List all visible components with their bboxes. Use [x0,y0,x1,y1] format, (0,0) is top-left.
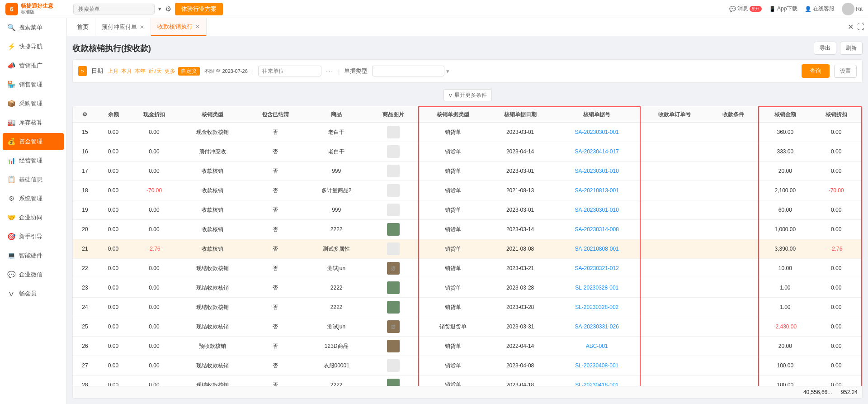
cell-2-7: 销货单 [419,162,486,181]
sidebar-item-4[interactable]: 📦采购管理 [0,94,66,113]
cell-7-2: 0.00 [129,259,179,278]
tab-close-2[interactable]: ✕ [195,24,200,30]
cell-3-9[interactable]: SA-20210813-001 [554,181,640,200]
tab-1[interactable]: 预付冲应付单✕ [95,18,151,36]
cell-7-9[interactable]: SA-20230321-012 [554,259,640,278]
sidebar-item-13[interactable]: 💬企业微信 [0,265,66,284]
sidebar-label-9: 系统管理 [19,195,42,203]
bill-no-link-12[interactable]: SL-20230408-001 [575,362,618,369]
tab-0[interactable]: 首页 [71,18,95,36]
industry-solution-button[interactable]: 体验行业方案 [175,3,223,15]
cell-13-9[interactable]: SL-20230418-001 [554,375,640,386]
table-scroll[interactable]: ⚙余额现金折扣核销类型包含已结清商品商品图片核销单据类型核销单据日期核销单据号收… [73,106,862,386]
sidebar-item-11[interactable]: 🎯新手引导 [0,227,66,246]
single-type-input[interactable] [372,66,444,76]
tab-close-1[interactable]: ✕ [140,24,144,30]
cell-12-9[interactable]: SL-20230408-001 [554,356,640,375]
date-this-year[interactable]: 本年 [135,67,146,75]
bill-no-link-2[interactable]: SA-20230301-010 [575,168,618,174]
refresh-button[interactable]: 刷新 [840,42,863,55]
cell-8-9[interactable]: SL-20230328-001 [554,278,640,298]
settings-icon[interactable]: ⚙ [165,5,171,13]
date-last-month[interactable]: 上月 [108,67,118,75]
cell-10-7: 销货退货单 [419,317,486,337]
sidebar-item-0[interactable]: 🔍搜索菜单 [0,18,66,37]
table-row-7: 220.000.00现结收款核销否测试jun🖼销货单2023-03-21SA-2… [73,259,862,278]
user-menu[interactable]: Rit [842,3,863,15]
sidebar-item-14[interactable]: V畅会员 [0,284,66,303]
bill-no-link-4[interactable]: SA-20230301-010 [575,207,618,213]
cell-2-0: 17 [73,162,97,181]
cell-1-3: 预付冲应收 [179,142,246,162]
expand-button[interactable]: » [78,66,87,76]
tab-2[interactable]: 收款核销执行✕ [151,18,207,36]
cell-6-9[interactable]: SA-20210808-001 [554,239,640,259]
date-this-month[interactable]: 本月 [121,67,132,75]
bill-no-link-11[interactable]: ABC-001 [586,343,608,349]
export-button[interactable]: 导出 [814,42,836,55]
cell-9-9[interactable]: SL-20230328-002 [554,298,640,317]
cell-2-11 [708,162,759,181]
cell-2-9[interactable]: SA-20230301-010 [554,162,640,181]
cell-10-9[interactable]: SA-20230331-026 [554,317,640,337]
cell-10-2: 0.00 [129,317,179,337]
sidebar-item-1[interactable]: ⚡快捷导航 [0,37,66,56]
filter-settings-button[interactable]: 设置 [834,65,857,78]
date-7days[interactable]: 近7天 [148,67,162,75]
cell-11-0: 26 [73,337,97,356]
product-image-11 [387,340,400,352]
cell-0-9[interactable]: SA-20230301-001 [554,123,640,142]
bill-no-link-7[interactable]: SA-20230321-012 [575,265,618,271]
cell-4-13: 0.00 [811,200,862,220]
message-badge: 99+ [750,6,762,12]
cell-9-5: 2222 [305,298,368,317]
cell-11-3: 预收款核销 [179,337,246,356]
counterparty-input[interactable] [258,66,321,76]
select-arrow[interactable]: ▾ [446,68,449,75]
cell-13-10 [640,375,708,386]
cell-1-9[interactable]: SA-20230414-017 [554,142,640,162]
sidebar-item-10[interactable]: 🤝企业协同 [0,208,66,227]
dots-icon[interactable]: ··· [326,68,334,75]
top-bar-right: 💬 消息 99+ 📱 App下载 👤 在线客服 Rit [729,3,863,15]
tab-close-window[interactable]: ✕ [848,23,854,31]
cell-0-8: 2023-03-01 [486,123,554,142]
tab-fullscreen[interactable]: ⛶ [857,23,864,31]
cell-8-7: 销货单 [419,278,486,298]
bill-no-link-1[interactable]: SA-20230414-017 [575,148,618,155]
cell-0-10 [640,123,708,142]
sidebar-label-13: 企业微信 [19,271,42,279]
cell-11-9[interactable]: ABC-001 [554,337,640,356]
cell-4-9[interactable]: SA-20230301-010 [554,200,640,220]
bill-no-link-0[interactable]: SA-20230301-001 [575,129,618,135]
bill-no-link-10[interactable]: SA-20230331-026 [575,323,618,330]
sidebar-item-12[interactable]: 💻智能硬件 [0,246,66,265]
online-service-link[interactable]: 👤 在线客服 [805,5,835,13]
cell-7-11 [708,259,759,278]
date-more[interactable]: 更多 [165,67,175,75]
sidebar-item-6[interactable]: 💰资金管理 [3,133,64,150]
cell-5-9[interactable]: SA-20230314-008 [554,220,640,239]
search-input[interactable] [73,4,155,14]
sidebar-item-8[interactable]: 📋基础信息 [0,170,66,189]
query-button[interactable]: 查询 [802,64,830,78]
sidebar-item-3[interactable]: 🏪销售管理 [0,75,66,94]
date-custom[interactable]: 自定义 [178,67,200,76]
bill-no-link-8[interactable]: SL-20230328-001 [575,285,618,291]
dropdown-button[interactable]: ▾ [158,5,161,12]
sidebar-item-7[interactable]: 📊经营管理 [0,151,66,170]
bill-no-link-6[interactable]: SA-20210808-001 [575,246,618,252]
sidebar-item-2[interactable]: 📣营销推广 [0,56,66,75]
sidebar-icon-12: 💻 [7,252,15,260]
bill-no-link-5[interactable]: SA-20230314-008 [575,226,618,233]
message-link[interactable]: 💬 消息 99+ [729,5,762,13]
expand-more-button[interactable]: ∨ 展开更多条件 [443,89,492,101]
cell-8-12: 1.00 [759,278,811,298]
sidebar-item-5[interactable]: 🏭库存核算 [0,113,66,132]
bill-no-link-9[interactable]: SL-20230328-002 [575,304,618,310]
bill-no-link-3[interactable]: SA-20210813-001 [575,187,618,194]
cell-5-0: 20 [73,220,97,239]
bill-no-link-13[interactable]: SL-20230418-001 [575,382,618,386]
app-download-link[interactable]: 📱 App下载 [769,5,797,13]
sidebar-item-9[interactable]: ⚙系统管理 [0,189,66,208]
